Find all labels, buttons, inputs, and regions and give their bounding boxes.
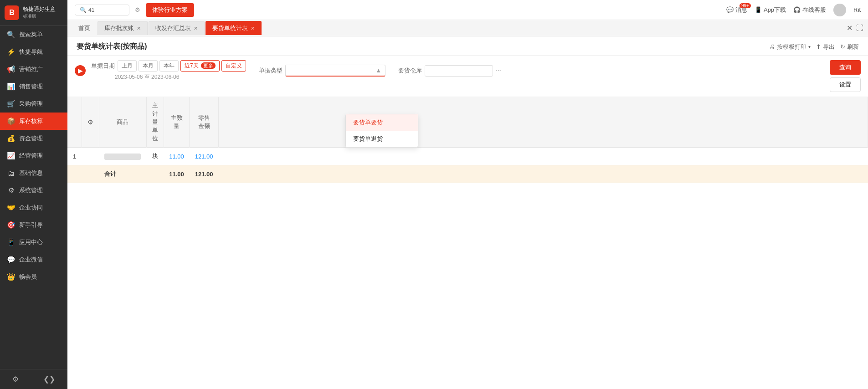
custom-date-btn[interactable]: 自定义 — [221, 60, 246, 72]
topbar: 🔍 41 ⚙ 体验行业方案 💬 消息 99+ 📱 App下载 🎧 在线客服 Ri… — [67, 0, 868, 20]
prev-month-btn[interactable]: 上月 — [118, 60, 137, 72]
sidebar-nav: 🔍 搜索菜单 ⚡ 快捷导航 📢 营销推广 📊 销售管理 🛒 采购管理 📦 库存核… — [0, 26, 67, 369]
summary-qty: 11.00 — [164, 165, 190, 183]
recent7-btn[interactable]: 近7天 更多 — [180, 60, 220, 72]
app-logo-icon: B — [5, 5, 19, 20]
col-qty: 主数量 — [164, 97, 190, 148]
dropdown-item-return[interactable]: 要货单退货 — [346, 131, 418, 147]
tabbar-controls: ✕ ⛶ — [847, 24, 863, 32]
search-box[interactable]: 🔍 41 — [75, 5, 129, 15]
sidebar-item-system[interactable]: ⚙ 系统管理 — [0, 182, 67, 199]
col-settings-icon[interactable]: ⚙ — [87, 118, 93, 126]
product-name-placeholder — [104, 154, 141, 160]
sidebar-item-wechat[interactable]: 💬 企业微信 — [0, 251, 67, 268]
cell-product — [99, 148, 146, 165]
sidebar-item-inventory[interactable]: 📦 库存核算 — [0, 113, 67, 130]
cell-unit: 块 — [146, 148, 164, 165]
expand-icon[interactable]: ⛶ — [856, 24, 863, 32]
tabbar: 首页 库存批次账 ✕ 收发存汇总表 ✕ 要货单统计表 ✕ ✕ ⛶ — [67, 20, 868, 36]
type-filter-group: 单据类型 ▲ — [259, 65, 385, 77]
cart-icon: 🛒 — [6, 100, 15, 108]
box-icon: 📦 — [6, 117, 15, 125]
notification-item[interactable]: 💬 消息 99+ — [726, 6, 747, 14]
tab-home[interactable]: 首页 — [72, 21, 97, 35]
page-title: 要货单统计表(按商品) — [77, 42, 147, 51]
col-product: 商品 — [99, 97, 146, 148]
current-month-btn[interactable]: 本月 — [139, 60, 158, 72]
dropdown-item-order[interactable]: 要货单要货 — [346, 114, 418, 131]
col-extra — [219, 97, 868, 148]
warehouse-select[interactable] — [425, 65, 493, 77]
tab-shipment-summary[interactable]: 收发存汇总表 ✕ — [149, 21, 205, 35]
sidebar-item-quick-nav[interactable]: ⚡ 快捷导航 — [0, 43, 67, 61]
current-year-btn[interactable]: 本年 — [159, 60, 179, 72]
chart-icon: 📊 — [6, 82, 15, 91]
industry-btn[interactable]: 体验行业方案 — [146, 3, 194, 17]
close-icon[interactable]: ✕ — [194, 26, 198, 31]
settings-bottom-icon[interactable]: ⚙ — [9, 373, 22, 385]
retail-link[interactable]: 121.00 — [195, 153, 213, 160]
refresh-icon: ↻ — [840, 43, 845, 50]
sidebar-item-appstore[interactable]: 📱 应用中心 — [0, 234, 67, 251]
phone-icon: 📱 — [6, 238, 15, 246]
folder-icon: 🗂 — [6, 169, 15, 177]
phone-icon: 📱 — [755, 6, 762, 13]
summary-row: 合计 11.00 121.00 — [67, 165, 868, 183]
chevron-up-icon: ▲ — [375, 67, 381, 74]
close-icon[interactable]: ✕ — [137, 26, 141, 31]
page-area: 要货单统计表(按商品) 🖨 按模板打印 ▾ ⬆ 导出 ↻ 刷新 — [67, 36, 868, 389]
close-window-icon[interactable]: ✕ — [847, 24, 853, 32]
cell-qty: 11.00 — [164, 148, 190, 165]
bell-icon: 💬 — [726, 6, 734, 13]
collapse-icon[interactable]: ❮❯ — [40, 373, 59, 385]
sidebar-item-basic[interactable]: 🗂 基础信息 — [0, 164, 67, 182]
close-icon[interactable]: ✕ — [251, 26, 255, 31]
topbar-right: 💬 消息 99+ 📱 App下载 🎧 在线客服 Rit — [726, 4, 861, 16]
settings-button[interactable]: 设置 — [830, 77, 861, 92]
sidebar-item-operations[interactable]: 📈 经营管理 — [0, 147, 67, 164]
export-action[interactable]: ⬆ 导出 — [816, 43, 835, 51]
page-header: 要货单统计表(按商品) 🖨 按模板打印 ▾ ⬆ 导出 ↻ 刷新 — [67, 36, 868, 56]
handshake-icon: 🤝 — [6, 204, 15, 212]
tab-inventory-batch[interactable]: 库存批次账 ✕ — [98, 21, 148, 35]
sidebar-item-search[interactable]: 🔍 搜索菜单 — [0, 26, 67, 43]
summary-retail: 121.00 — [190, 165, 219, 183]
filter-right-buttons: 查询 设置 — [830, 60, 861, 92]
sidebar-item-sales[interactable]: 📊 销售管理 — [0, 78, 67, 95]
sidebar-item-purchase[interactable]: 🛒 采购管理 — [0, 95, 67, 113]
refresh-action[interactable]: ↻ 刷新 — [840, 43, 859, 51]
user-avatar[interactable] — [833, 4, 846, 16]
chevron-down-icon: ▾ — [808, 44, 811, 49]
type-select-value — [289, 67, 291, 74]
sidebar-bottom: ⚙ ❮❯ — [0, 369, 67, 389]
warehouse-filter-group: 要货仓库 ··· — [398, 65, 502, 77]
cell-extra — [219, 148, 868, 165]
filter-expand-btn[interactable]: ▶ — [75, 65, 86, 76]
flash-icon: ⚡ — [6, 48, 15, 56]
app-download-item[interactable]: 📱 App下载 — [755, 6, 786, 14]
search-icon: 🔍 — [80, 7, 87, 13]
date-buttons: 上月 本月 本年 近7天 更多 自定义 — [118, 60, 246, 72]
sidebar-item-enterprise[interactable]: 🤝 企业协同 — [0, 199, 67, 216]
table-area: ⚙ 商品 主计量单位 主数量 零售金额 1 — [67, 97, 868, 183]
query-button[interactable]: 查询 — [830, 60, 861, 75]
tab-order-stats[interactable]: 要货单统计表 ✕ — [205, 21, 262, 35]
money-icon: 💰 — [6, 134, 15, 143]
cell-settings — [82, 148, 99, 165]
online-service-item[interactable]: 🎧 在线客服 — [793, 6, 826, 14]
sidebar-item-marketing[interactable]: 📢 营销推广 — [0, 61, 67, 78]
crown-icon: 👑 — [6, 273, 15, 281]
col-settings[interactable]: ⚙ — [82, 97, 99, 148]
print-template-action[interactable]: 🖨 按模板打印 ▾ — [769, 43, 811, 51]
date-range-text: 2023-05-06 至 2023-06-06 — [115, 73, 246, 81]
sidebar-item-finance[interactable]: 💰 资金管理 — [0, 130, 67, 147]
settings-icon-top[interactable]: ⚙ — [135, 6, 140, 13]
sidebar-item-guide[interactable]: 🎯 新手引导 — [0, 216, 67, 234]
col-index — [67, 97, 82, 148]
topbar-left: 🔍 41 ⚙ 体验行业方案 — [75, 3, 194, 17]
more-icon[interactable]: ··· — [496, 67, 502, 75]
sidebar-item-member[interactable]: 👑 畅会员 — [0, 268, 67, 286]
type-select[interactable]: ▲ — [285, 65, 385, 77]
date-filter-group: 单据日期 上月 本月 本年 近7天 更多 自定义 2023-05-06 — [91, 60, 246, 81]
qty-link[interactable]: 11.00 — [169, 153, 184, 160]
